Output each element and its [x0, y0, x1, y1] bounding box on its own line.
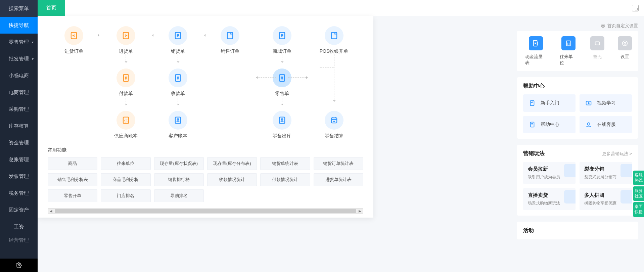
sidebar-item-salary[interactable]: 工资 [0, 218, 38, 235]
tile-cashflow[interactable]: 现金流量表 [525, 36, 546, 66]
mkt-item[interactable]: 多人拼团拼团购物享受优惠 [580, 188, 632, 210]
mkt-item[interactable]: 直播卖货场景式购物新玩法 [523, 188, 576, 210]
sidebar-item-xiaochang[interactable]: 小畅电商 [0, 67, 38, 84]
common-btn[interactable]: 进货单统计表 [314, 173, 363, 186]
flow-node-sales-bill[interactable]: 销货单 [152, 26, 204, 54]
flow-node-customer-ledger[interactable]: 客户账本 [152, 111, 204, 139]
sidebar-item-invoice[interactable]: 发票管理 [0, 168, 38, 185]
flow-node-retail-bill[interactable]: 零售单 [256, 69, 308, 97]
common-btn[interactable]: 付款情况统计 [260, 173, 310, 186]
flow-label: 进货单 [119, 48, 133, 54]
custom-dashboard-link[interactable]: 首页自定义设置 [517, 23, 638, 29]
flow-node-purchase-order[interactable]: 进货订单 [48, 26, 100, 54]
list-icon [173, 31, 183, 40]
help-center[interactable]: 帮助中心 [523, 116, 576, 133]
help-card: 帮助中心 新手入门 视频学习 帮助中心 在线客服 [517, 77, 638, 139]
gear-icon [16, 262, 22, 268]
common-btn[interactable]: 收款情况统计 [207, 173, 257, 186]
svg-point-26 [281, 119, 283, 120]
flow-label: 销售订单 [221, 48, 239, 54]
sidebar-item-ecommerce[interactable]: 电商管理 [0, 84, 38, 101]
common-btn[interactable]: 导购排名 [154, 189, 204, 202]
help-support[interactable]: 在线客服 [580, 116, 632, 133]
sidebar-search[interactable]: 搜索菜单 [0, 0, 38, 17]
svg-point-7 [623, 41, 628, 46]
common-btn[interactable]: 门店排名 [101, 189, 150, 202]
tile-empty[interactable]: 暂无 [590, 36, 604, 66]
tile-contacts[interactable]: 往来单位 [560, 36, 577, 66]
scroll-left-icon[interactable]: ◀ [48, 209, 54, 213]
float-hotline[interactable]: 客服 热线 [633, 171, 644, 185]
sidebar-item-label: 总账管理 [9, 156, 29, 163]
horizontal-scrollbar[interactable]: ◀ ▶ [48, 208, 363, 214]
sidebar-item-ledger[interactable]: 总账管理 [0, 151, 38, 168]
sidebar-item-label: 税务管理 [9, 190, 29, 196]
settle-icon [329, 116, 339, 125]
common-btn[interactable]: 销货单统计表 [260, 157, 310, 170]
svg-rect-5 [595, 42, 600, 45]
sidebar-item-tax[interactable]: 税务管理 [0, 185, 38, 201]
sidebar-item-purchase[interactable]: 采购管理 [0, 101, 38, 118]
sidebar-item-label: 经营管理 [9, 237, 29, 243]
chevron-down-icon: ▾ [32, 57, 34, 61]
flow-label: 供应商账本 [114, 133, 138, 139]
gear-icon [601, 24, 605, 28]
svg-rect-8 [531, 101, 534, 106]
flow-label: 商城订单 [273, 48, 291, 54]
flow-node-receipt[interactable]: 收款单 [152, 69, 204, 97]
arrow-down-icon [334, 55, 334, 102]
tab-home[interactable]: 首页 [38, 0, 65, 16]
flow-label: 零售单 [275, 91, 289, 97]
sidebar-item-retail[interactable]: 零售管理▾ [0, 34, 38, 50]
common-btn[interactable]: 现存量(库存状况表) [154, 157, 204, 170]
common-btn[interactable]: 往来单位 [101, 157, 150, 170]
common-btn[interactable]: 销货订单统计表 [314, 157, 363, 170]
help-label: 在线客服 [597, 122, 616, 128]
sidebar-item-wholesale[interactable]: 批发管理▾ [0, 50, 38, 67]
help-video[interactable]: 视频学习 [580, 94, 632, 112]
marketing-card: 营销玩法 更多营销玩法 > 会员拉新吸引用户成为会员 裂变分销裂变式发展分销商 … [517, 145, 638, 216]
mkt-item[interactable]: 裂变分销裂变式发展分销商 [580, 162, 632, 184]
help-newbie[interactable]: 新手入门 [523, 94, 576, 112]
floating-help-rail: 客服 热线 服务 社区 桌面 快捷 [633, 171, 644, 217]
float-community[interactable]: 服务 社区 [633, 186, 644, 201]
sidebar-item-label: 零售管理 [9, 39, 29, 45]
tile-settings[interactable]: 设置 [618, 36, 632, 66]
flow-node-sales-order[interactable]: 销售订单 [204, 26, 256, 54]
scroll-right-icon[interactable]: ▶ [357, 209, 363, 213]
fullscreen-icon[interactable] [632, 5, 639, 11]
sidebar-item-assets[interactable]: 固定资产 [0, 201, 38, 218]
flow-node-payment[interactable]: 付款单 [100, 69, 152, 97]
svg-point-24 [177, 119, 179, 120]
common-btn[interactable]: 商品毛利分析 [101, 173, 150, 186]
flow-node-mall-order[interactable]: 商城订单 [256, 26, 308, 54]
common-btn[interactable]: 商品 [48, 157, 97, 170]
sidebar-item-quicknav[interactable]: 快捷导航 [0, 17, 38, 34]
common-btn[interactable]: 销售毛利分析表 [48, 173, 97, 186]
svg-point-11 [587, 123, 590, 125]
doc-out-icon [121, 31, 131, 40]
sidebar-item-label: 资金管理 [9, 140, 29, 146]
common-btn[interactable]: 零售开单 [48, 189, 97, 202]
scroll-thumb[interactable] [55, 209, 356, 213]
flow-node-pos[interactable]: POS收银开单 [308, 26, 360, 54]
marketing-more-link[interactable]: 更多营销玩法 > [602, 151, 632, 157]
mkt-item[interactable]: 会员拉新吸引用户成为会员 [523, 162, 576, 184]
building-icon [565, 40, 572, 47]
yen-icon [277, 73, 287, 83]
sidebar-settings[interactable] [0, 259, 38, 272]
sidebar-item-operations[interactable]: 经营管理 [0, 235, 38, 245]
float-shortcut[interactable]: 桌面 快捷 [633, 202, 644, 217]
flow-node-retail-settle[interactable]: 零售结算 [308, 111, 360, 139]
sidebar-item-inventory[interactable]: 库存核算 [0, 118, 38, 134]
doc-icon [528, 121, 536, 128]
flow-node-retail-out[interactable]: 零售出库 [256, 111, 308, 139]
flow-node-purchase-bill[interactable]: 进货单 [100, 26, 152, 54]
common-btn[interactable]: 销售排行榜 [154, 173, 204, 186]
placeholder-icon [594, 40, 601, 47]
shortcut-tiles: 现金流量表 往来单位 暂无 [523, 36, 632, 66]
common-btn[interactable]: 现存量(库存分布表) [207, 157, 257, 170]
activity-card: 活动 [517, 222, 638, 239]
flow-node-supplier-ledger[interactable]: 供 供应商账本 [100, 111, 152, 139]
sidebar-item-funds[interactable]: 资金管理 [0, 134, 38, 151]
